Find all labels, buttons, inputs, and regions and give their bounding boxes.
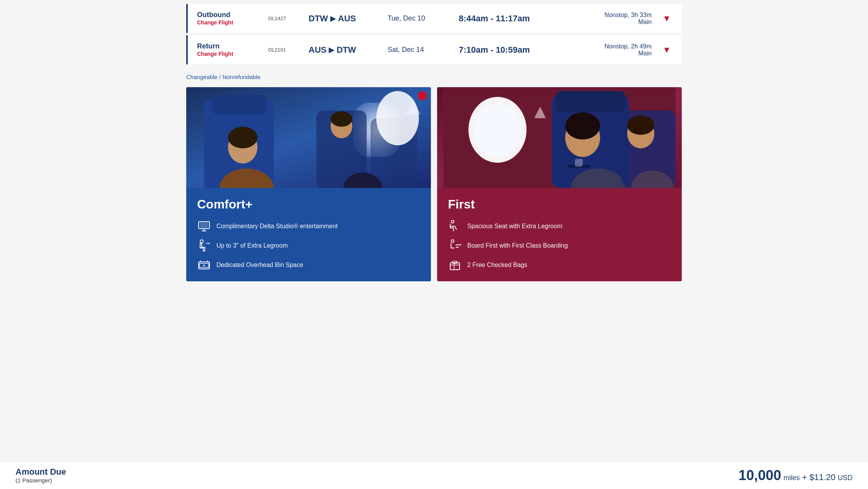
first-feature-2-text: Board First with First Class Boarding <box>467 242 568 249</box>
first-card-content: First Spacious Seat with Extra Legroom <box>437 188 682 281</box>
comfort-feature-2: Up to 3" of Extra Legroom <box>197 239 420 253</box>
miles-label: miles <box>784 474 800 482</box>
return-date: Sat, Dec 14 <box>388 46 449 54</box>
first-card-title: First <box>448 197 671 212</box>
svg-rect-3 <box>212 95 266 114</box>
comfort-feature-3: Dedicated Overhead Bin Space <box>197 258 420 272</box>
passenger-info: (1 Passenger) <box>15 477 66 484</box>
comfort-card-title: Comfort+ <box>197 197 420 212</box>
outbound-flight-number: DL1427 <box>268 15 299 21</box>
return-route-from: AUS <box>309 45 326 55</box>
return-direction: Return <box>197 42 259 50</box>
return-route: AUS ▶ DTW <box>309 45 378 55</box>
outbound-chevron-button[interactable]: ▼ <box>661 12 672 25</box>
svg-point-41 <box>451 240 454 243</box>
board-first-icon <box>448 239 462 253</box>
first-feature-1-text: Spacious Seat with Extra Legroom <box>467 223 562 230</box>
first-feature-list: Spacious Seat with Extra Legroom <box>448 219 671 272</box>
comfort-card-tag <box>418 91 427 100</box>
return-time: 7:10am - 10:59am <box>459 45 573 55</box>
comfort-feature-1-text: Complimentary Delta Studio® entertainmen… <box>216 223 338 230</box>
cards-row: Comfort+ Complimentary Delt <box>186 87 682 281</box>
svg-point-10 <box>376 91 419 145</box>
first-scene-svg <box>437 87 682 188</box>
return-flight-number: DL2101 <box>268 47 299 53</box>
svg-point-6 <box>228 127 257 148</box>
first-card[interactable]: First Spacious Seat with Extra Legroom <box>437 87 682 281</box>
svg-rect-13 <box>200 222 208 228</box>
comfort-seat-scene <box>186 87 431 188</box>
outbound-route-to: AUS <box>338 14 356 24</box>
return-flight-row: Return Change Flight DL2101 AUS ▶ DTW Sa… <box>186 35 682 64</box>
outbound-cabin: Main <box>582 19 652 26</box>
svg-marker-44 <box>460 244 461 246</box>
outbound-date: Tue, Dec 10 <box>388 14 449 22</box>
return-chevron-button[interactable]: ▼ <box>661 43 672 57</box>
svg-marker-19 <box>209 243 210 244</box>
return-cabin: Main <box>582 50 652 57</box>
comfort-card-content: Comfort+ Complimentary Delt <box>186 188 431 281</box>
comfort-feature-2-text: Up to 3" of Extra Legroom <box>216 242 288 249</box>
outbound-change-flight-link[interactable]: Change Flight <box>197 19 233 26</box>
checked-bags-icon <box>448 258 462 272</box>
svg-point-17 <box>200 240 203 243</box>
overhead-bin-icon <box>197 258 211 272</box>
svg-rect-39 <box>575 159 583 167</box>
seat-icon <box>448 219 462 233</box>
svg-rect-29 <box>556 91 625 112</box>
first-feature-3: 2 Free Checked Bags <box>448 258 671 272</box>
amount-due-section: Amount Due (1 Passenger) <box>15 467 66 484</box>
return-route-to: DTW <box>336 45 356 55</box>
outbound-direction: Outbound <box>197 11 259 19</box>
first-card-image <box>437 87 682 188</box>
outbound-route: DTW ▶ AUS <box>309 14 378 24</box>
first-feature-2: Board First with First Class Boarding <box>448 239 671 253</box>
return-meta: Nonstop, 2h 49m Main <box>582 43 652 57</box>
plus-usd: + $11.20 <box>802 472 835 482</box>
comfort-scene-svg <box>186 87 431 188</box>
first-feature-3-text: 2 Free Checked Bags <box>467 262 527 269</box>
first-feature-1: Spacious Seat with Extra Legroom <box>448 219 671 233</box>
return-stops: Nonstop, 2h 49m <box>582 43 652 50</box>
comfort-feature-1: Complimentary Delta Studio® entertainmen… <box>197 219 420 233</box>
outbound-stops: Nonstop, 3h 33m <box>582 12 652 19</box>
return-label-col: Return Change Flight <box>197 42 259 57</box>
outbound-route-from: DTW <box>309 14 328 24</box>
outbound-label-col: Outbound Change Flight <box>197 11 259 26</box>
entertainment-icon <box>197 219 211 233</box>
comfort-card-image <box>186 87 431 188</box>
svg-point-35 <box>627 115 654 135</box>
outbound-route-arrow: ▶ <box>330 14 336 23</box>
return-change-flight-link[interactable]: Change Flight <box>197 51 233 57</box>
svg-point-40 <box>451 220 454 223</box>
miles-value: 10,000 <box>739 467 781 484</box>
outbound-meta: Nonstop, 3h 33m Main <box>582 12 652 26</box>
first-seat-scene <box>437 87 682 188</box>
comfort-feature-list: Complimentary Delta Studio® entertainmen… <box>197 219 420 272</box>
comfort-card[interactable]: Comfort+ Complimentary Delt <box>186 87 431 281</box>
amount-due-label: Amount Due <box>15 467 66 477</box>
usd-label: USD <box>838 474 853 482</box>
svg-point-27 <box>474 103 521 157</box>
outbound-time: 8:44am - 11:17am <box>459 14 573 24</box>
legroom-icon <box>197 239 211 253</box>
comfort-feature-3-text: Dedicated Overhead Bin Space <box>216 262 303 269</box>
policy-label: Changeable / Nonrefundable <box>186 67 682 87</box>
amount-value: 10,000 miles + $11.20 USD <box>739 467 853 484</box>
svg-point-31 <box>565 112 600 139</box>
return-route-arrow: ▶ <box>329 46 334 54</box>
svg-point-8 <box>331 111 352 127</box>
bottom-bar: Amount Due (1 Passenger) 10,000 miles + … <box>0 461 868 489</box>
outbound-flight-row: Outbound Change Flight DL1427 DTW ▶ AUS … <box>186 4 682 33</box>
svg-point-22 <box>203 265 205 266</box>
